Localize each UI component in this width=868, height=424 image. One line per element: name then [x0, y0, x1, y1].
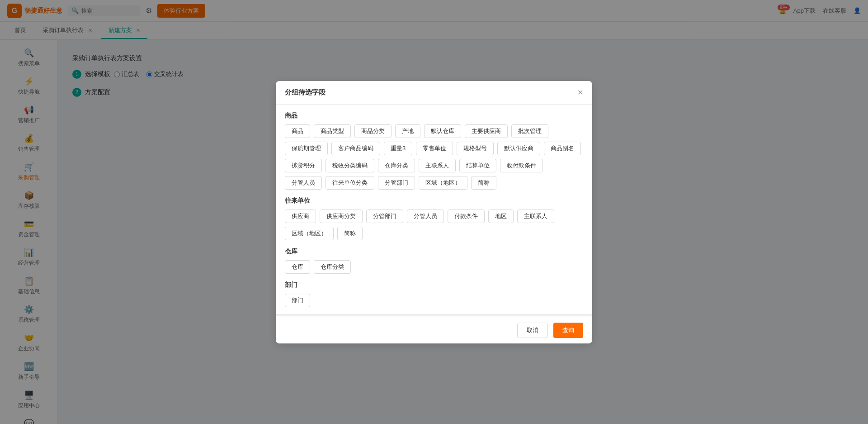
field-goods-alias[interactable]: 商品别名 — [544, 142, 581, 155]
field-batch-mgmt[interactable]: 批次管理 — [511, 124, 548, 138]
modal-footer: 取消 查询 — [276, 317, 592, 343]
field-responsible-person[interactable]: 分管人员 — [285, 176, 322, 190]
field-pick-points[interactable]: 拣货积分 — [285, 159, 322, 172]
field-payment-terms[interactable]: 收付款条件 — [500, 159, 543, 172]
field-abbr-party[interactable]: 简称 — [337, 227, 363, 240]
field-warehouse-cat[interactable]: 仓库分类 — [378, 159, 415, 172]
field-payment-cond[interactable]: 付款条件 — [448, 210, 485, 223]
section-title-warehouse: 仓库 — [285, 248, 583, 256]
field-retail-unit[interactable]: 零售单位 — [416, 142, 453, 155]
field-goods-cat[interactable]: 商品分类 — [354, 124, 392, 138]
field-region-party[interactable]: 地区 — [488, 210, 514, 223]
modal-close-button[interactable]: ✕ — [577, 88, 583, 97]
field-expiry-mgmt[interactable]: 保质期管理 — [285, 142, 328, 155]
field-contact-party[interactable]: 主联系人 — [517, 210, 554, 223]
main-layout: 🔍 搜索菜单 ⚡ 快捷导航 📢 营销推广 💰 销售管理 🛒 采购管理 📦 库存核… — [0, 40, 868, 424]
field-region-goods[interactable]: 区域（地区） — [419, 176, 467, 190]
field-warehouse[interactable]: 仓库 — [285, 260, 310, 274]
section-title-dept: 部门 — [285, 281, 583, 289]
modal-overlay: 分组待选字段 ✕ 商品 商品 商品类型 商品分类 产地 默认仓库 主要供应商 批… — [58, 40, 868, 424]
field-supplier[interactable]: 供应商 — [285, 210, 316, 223]
field-goods[interactable]: 商品 — [285, 124, 310, 138]
field-dept-party[interactable]: 分管部门 — [366, 210, 403, 223]
field-customer-code[interactable]: 客户商品编码 — [331, 142, 380, 155]
fields-grid-dept: 部门 — [285, 294, 583, 307]
section-title-goods: 商品 — [285, 112, 583, 120]
field-party-cat[interactable]: 往来单位分类 — [326, 176, 374, 190]
modal-title: 分组待选字段 — [285, 88, 326, 97]
field-abbr-goods[interactable]: 简称 — [471, 176, 496, 190]
field-dept[interactable]: 部门 — [285, 294, 310, 307]
field-default-supplier[interactable]: 默认供应商 — [497, 142, 540, 155]
field-settlement-unit[interactable]: 结算单位 — [459, 159, 496, 172]
fields-grid-goods: 商品 商品类型 商品分类 产地 默认仓库 主要供应商 批次管理 保质期管理 客户… — [285, 124, 583, 190]
field-spec-model[interactable]: 规格型号 — [457, 142, 494, 155]
field-goods-type[interactable]: 商品类型 — [314, 124, 351, 138]
field-select-modal: 分组待选字段 ✕ 商品 商品 商品类型 商品分类 产地 默认仓库 主要供应商 批… — [276, 81, 592, 343]
field-person-party[interactable]: 分管人员 — [407, 210, 444, 223]
modal-body: 商品 商品 商品类型 商品分类 产地 默认仓库 主要供应商 批次管理 保质期管理… — [276, 105, 592, 314]
fields-grid-party: 供应商 供应商分类 分管部门 分管人员 付款条件 地区 主联系人 区域（地区） … — [285, 210, 583, 240]
field-main-contact[interactable]: 主联系人 — [419, 159, 456, 172]
section-title-party: 往来单位 — [285, 197, 583, 205]
field-tax-code[interactable]: 税收分类编码 — [326, 159, 374, 172]
modal-header: 分组待选字段 ✕ — [276, 81, 592, 105]
confirm-button[interactable]: 查询 — [553, 323, 583, 338]
field-origin[interactable]: 产地 — [395, 124, 420, 138]
main-content: 采购订单执行表方案设置 1 选择模板 汇总表 交叉统计表 — [58, 40, 868, 424]
field-dept-mgmt[interactable]: 分管部门 — [378, 176, 415, 190]
field-default-warehouse[interactable]: 默认仓库 — [424, 124, 461, 138]
field-warehouse-category[interactable]: 仓库分类 — [314, 260, 351, 274]
fields-grid-warehouse: 仓库 仓库分类 — [285, 260, 583, 274]
field-area-party[interactable]: 区域（地区） — [285, 227, 334, 240]
field-supplier-cat[interactable]: 供应商分类 — [320, 210, 363, 223]
cancel-button[interactable]: 取消 — [517, 323, 548, 338]
field-weight3[interactable]: 重量3 — [384, 142, 412, 155]
field-main-supplier[interactable]: 主要供应商 — [465, 124, 508, 138]
